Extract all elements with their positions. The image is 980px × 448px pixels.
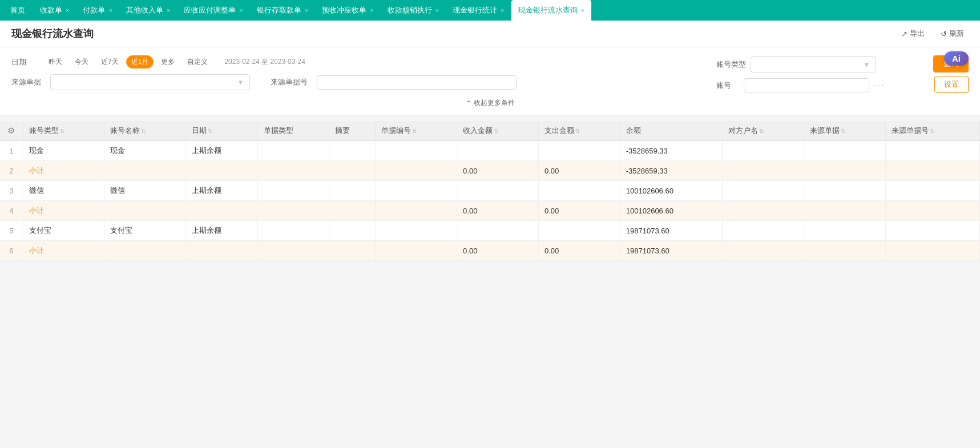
account-type-select[interactable]: ▼ <box>751 56 876 72</box>
sort-icon[interactable]: ⇅ <box>841 128 845 134</box>
col-settings[interactable]: ⚙ <box>0 121 23 141</box>
collapse-icon: ⌃ <box>466 99 471 107</box>
nav-tab-liushui[interactable]: 现金银行流水查询 × <box>511 0 591 21</box>
source-doc-value <box>57 77 64 87</box>
filter-group-account-type: 账号类型 ▼ <box>716 56 922 72</box>
date-btn-custom[interactable]: 自定义 <box>182 55 213 68</box>
col-date: 日期⇅ <box>186 121 258 141</box>
sort-icon[interactable]: ⇅ <box>141 128 146 134</box>
col-counterpart: 对方户名⇅ <box>723 121 804 141</box>
nav-tab-shoudan[interactable]: 收款单 × <box>33 0 76 21</box>
export-icon: ↗ <box>901 30 908 38</box>
sort-icon[interactable]: ⇅ <box>494 128 498 134</box>
account-type-label: 账号类型 <box>716 59 746 70</box>
close-icon[interactable]: × <box>108 7 112 14</box>
close-icon[interactable]: × <box>239 7 243 14</box>
source-doc-label: 来源单据 <box>11 77 41 87</box>
refresh-icon: ↺ <box>941 30 947 38</box>
source-doc-select[interactable]: ▼ <box>50 74 250 90</box>
sort-icon[interactable]: ⇅ <box>575 128 580 134</box>
collapse-bar[interactable]: ⌃ 收起更多条件 <box>11 96 969 109</box>
col-doc-no: 单据编号⇅ <box>376 121 457 141</box>
nav-tab-yushou[interactable]: 预收冲应收单 × <box>315 0 380 21</box>
table-row[interactable]: 2小计0.000.00-3528659.33 <box>0 161 980 181</box>
col-account-name: 账号名称⇅ <box>104 121 186 141</box>
col-income: 收入金额⇅ <box>457 121 539 141</box>
date-btn-yesterday[interactable]: 昨天 <box>43 55 67 68</box>
nav-tab-tongji[interactable]: 现金银行统计 × <box>446 0 511 21</box>
nav-tab-fukuan[interactable]: 付款单 × <box>76 0 119 21</box>
nav-tab-hexiao[interactable]: 收款核销执行 × <box>381 0 446 21</box>
date-btn-today[interactable]: 今天 <box>70 55 94 68</box>
sort-icon[interactable]: ⇅ <box>60 128 64 134</box>
table-container: ⚙ 账号类型⇅ 账号名称⇅ 日期⇅ 单据类型 摘要 单据编号⇅ 收入金额⇅ 支出… <box>0 121 980 261</box>
date-shortcuts: 昨天 今天 近7天 近1月 更多 自定义 <box>43 55 213 68</box>
table-row[interactable]: 4小计0.000.00100102606.60 <box>0 201 980 221</box>
settings-icon[interactable]: ⚙ <box>7 126 15 135</box>
close-icon[interactable]: × <box>435 7 439 14</box>
account-label: 账号 <box>716 80 739 91</box>
page-header: 现金银行流水查询 ↗ 导出 ↺ 刷新 <box>0 21 980 47</box>
chevron-down-icon: ▼ <box>237 79 244 86</box>
close-icon[interactable]: × <box>66 7 69 14</box>
account-more-icon[interactable]: ··· <box>874 80 885 91</box>
close-icon[interactable]: × <box>167 7 170 14</box>
table-row[interactable]: 6小计0.000.0019871073.60 <box>0 241 980 261</box>
date-btn-7days[interactable]: 近7天 <box>96 55 124 68</box>
filter-row-date: 日期 昨天 今天 近7天 近1月 更多 自定义 2023-02-24 至 202… <box>11 55 705 68</box>
close-icon[interactable]: × <box>581 7 584 14</box>
table-row[interactable]: 3微信微信上期余额100102606.60 <box>0 181 980 201</box>
col-expense: 支出金额⇅ <box>538 121 620 141</box>
date-btn-more[interactable]: 更多 <box>156 55 180 68</box>
settings-button[interactable]: 设置 <box>934 76 969 93</box>
close-icon[interactable]: × <box>305 7 308 14</box>
col-summary: 摘要 <box>329 121 376 141</box>
top-nav: 首页 收款单 × 付款单 × 其他收入单 × 应收应付调整单 × 银行存取款单 … <box>0 0 980 21</box>
col-doc-type: 单据类型 <box>257 121 329 141</box>
page-title: 现金银行流水查询 <box>11 27 94 41</box>
col-source-doc: 来源单据⇅ <box>804 121 885 141</box>
date-label: 日期 <box>11 57 34 67</box>
data-table: ⚙ 账号类型⇅ 账号名称⇅ 日期⇅ 单据类型 摘要 单据编号⇅ 收入金额⇅ 支出… <box>0 121 980 261</box>
ai-badge[interactable]: Ai <box>944 51 969 66</box>
chevron-down-icon: ▼ <box>864 61 870 68</box>
source-doc-no-label: 来源单据号 <box>271 77 308 87</box>
close-icon[interactable]: × <box>501 7 504 14</box>
nav-home[interactable]: 首页 <box>2 0 33 21</box>
close-icon[interactable]: × <box>370 7 373 14</box>
date-range: 2023-02-24 至 2023-03-24 <box>224 57 305 67</box>
refresh-button[interactable]: ↺ 刷新 <box>936 26 969 41</box>
sort-icon[interactable]: ⇅ <box>930 128 934 134</box>
header-actions: ↗ 导出 ↺ 刷新 <box>897 26 969 41</box>
date-btn-1month[interactable]: 近1月 <box>126 55 154 68</box>
sort-icon[interactable]: ⇅ <box>412 128 417 134</box>
source-doc-no-input[interactable] <box>317 75 517 90</box>
table-row[interactable]: 5支付宝支付宝上期余额19871073.60 <box>0 221 980 241</box>
filter-area: 日期 昨天 今天 近7天 近1月 更多 自定义 2023-02-24 至 202… <box>0 47 980 115</box>
filter-row-source: 来源单据 ▼ 来源单据号 <box>11 74 705 90</box>
sort-icon[interactable]: ⇅ <box>759 128 764 134</box>
export-button[interactable]: ↗ 导出 <box>897 26 929 41</box>
nav-tab-yinhang[interactable]: 银行存取款单 × <box>250 0 315 21</box>
col-source-doc-no: 来源单据号⇅ <box>885 121 979 141</box>
sort-icon[interactable]: ⇅ <box>208 128 212 134</box>
col-account-type: 账号类型⇅ <box>23 121 104 141</box>
nav-tab-qitashouru[interactable]: 其他收入单 × <box>119 0 177 21</box>
filter-group-account: 账号 ··· <box>716 78 922 92</box>
account-input[interactable] <box>744 78 869 92</box>
account-type-value <box>757 59 764 70</box>
nav-tab-tiaozhendan[interactable]: 应收应付调整单 × <box>177 0 249 21</box>
table-row[interactable]: 1现金现金上期余额-3528659.33 <box>0 141 980 161</box>
col-balance: 余额 <box>620 121 722 141</box>
